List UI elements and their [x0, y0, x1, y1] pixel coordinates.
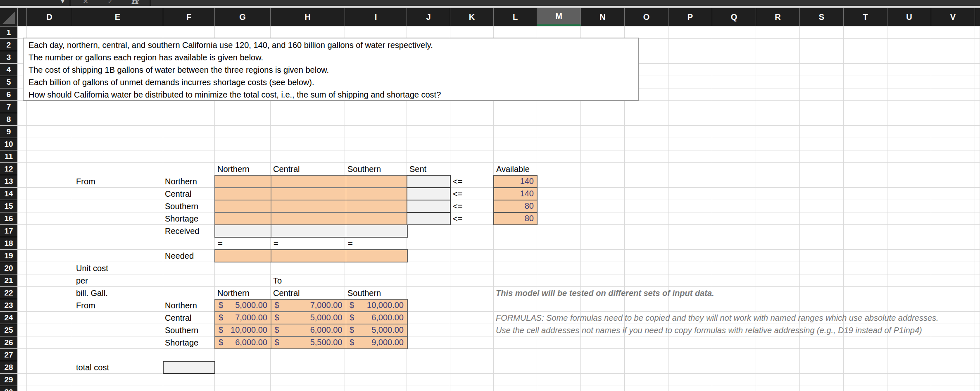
cell-shipping-input[interactable] — [215, 176, 271, 187]
cell-shipping-input[interactable] — [346, 188, 407, 200]
cell-shipping-input[interactable] — [271, 200, 346, 212]
column-header-V[interactable]: V — [931, 8, 975, 26]
cell-shipping-input[interactable] — [215, 213, 271, 224]
cell-unit-cost[interactable]: $5,500.00 — [271, 337, 346, 348]
cell-sent[interactable] — [407, 213, 450, 224]
row-header-3[interactable]: 3 — [0, 51, 18, 64]
column-header-F[interactable]: F — [163, 8, 215, 26]
column-header-P[interactable]: P — [668, 8, 712, 26]
column-header-S[interactable]: S — [800, 8, 844, 26]
row-header-16[interactable]: 16 — [0, 212, 18, 225]
row-header-6[interactable]: 6 — [0, 88, 18, 101]
gridline-horizontal — [18, 348, 980, 349]
row-header-7[interactable]: 7 — [0, 101, 18, 113]
cell-shipping-input[interactable] — [215, 188, 271, 200]
cell-unit-cost[interactable]: $10,000.00 — [215, 324, 271, 336]
gridline-horizontal — [18, 138, 980, 138]
column-header-L[interactable]: L — [494, 8, 537, 26]
cell-unit-cost[interactable]: $10,000.00 — [346, 300, 407, 311]
row-header-13[interactable]: 13 — [0, 175, 18, 188]
column-header-E[interactable]: E — [72, 8, 163, 26]
formula-buttons: ✕ ✓ fx — [71, 0, 151, 6]
row-header-19[interactable]: 19 — [0, 250, 18, 262]
column-header-H[interactable]: H — [271, 8, 345, 26]
enter-icon[interactable]: ✓ — [107, 0, 113, 6]
cell-unit-cost[interactable]: $5,000.00 — [271, 312, 346, 324]
row-header-2[interactable]: 2 — [0, 39, 18, 51]
row-header-14[interactable]: 14 — [0, 188, 18, 200]
cell-available[interactable]: 80 — [494, 213, 537, 224]
cell-available[interactable]: 140 — [494, 176, 537, 187]
row-header-26[interactable]: 26 — [0, 336, 18, 349]
cell-shipping-input[interactable] — [346, 213, 407, 224]
row-header-18[interactable]: 18 — [0, 237, 18, 250]
cell-shipping-input[interactable] — [346, 176, 407, 187]
name-box[interactable]: ▼ — [0, 0, 71, 6]
column-header-K[interactable]: K — [450, 8, 494, 26]
column-header-M[interactable]: M — [537, 8, 581, 26]
column-header-Q[interactable]: Q — [712, 8, 756, 26]
row-header-29[interactable]: 29 — [0, 374, 18, 386]
cell-sent[interactable] — [407, 188, 450, 200]
row-header-1[interactable]: 1 — [0, 26, 18, 39]
cell-unit-cost[interactable]: $7,000.00 — [215, 312, 271, 324]
row-header-24[interactable]: 24 — [0, 312, 18, 324]
column-header-U[interactable]: U — [887, 8, 931, 26]
column-header-R[interactable]: R — [756, 8, 800, 26]
insert-function-icon[interactable]: fx — [131, 0, 138, 5]
row-header-30[interactable]: 30 — [0, 386, 18, 391]
cell-received[interactable] — [346, 225, 407, 237]
cell-sent[interactable] — [407, 176, 450, 187]
row-header-15[interactable]: 15 — [0, 200, 18, 212]
row-header-12[interactable]: 12 — [0, 163, 18, 175]
column-header-N[interactable]: N — [581, 8, 625, 26]
row-header-27[interactable]: 27 — [0, 349, 18, 361]
row-header-25[interactable]: 25 — [0, 324, 18, 336]
name-box-dropdown-icon[interactable]: ▼ — [59, 0, 66, 5]
col-header-central: Central — [273, 163, 300, 175]
row-header-10[interactable]: 10 — [0, 138, 18, 150]
cell-shipping-input[interactable] — [271, 176, 346, 187]
cell-unit-cost[interactable]: $9,000.00 — [346, 337, 407, 348]
cell-shipping-input[interactable] — [215, 200, 271, 212]
cell-unit-cost[interactable]: $5,000.00 — [215, 300, 271, 311]
cell-unit-cost[interactable]: $6,000.00 — [346, 312, 407, 324]
cell-shipping-input[interactable] — [271, 188, 346, 200]
column-header-O[interactable]: O — [625, 8, 668, 26]
row-header-8[interactable]: 8 — [0, 113, 18, 126]
column-header-G[interactable]: G — [215, 8, 271, 26]
cell-unit-cost[interactable]: $5,000.00 — [346, 324, 407, 336]
cancel-icon[interactable]: ✕ — [83, 0, 88, 6]
column-header-partial[interactable] — [18, 8, 27, 26]
column-header-D[interactable]: D — [27, 8, 72, 26]
row-header-5[interactable]: 5 — [0, 76, 18, 88]
row-header-9[interactable]: 9 — [0, 126, 18, 138]
row-header-20[interactable]: 20 — [0, 262, 18, 274]
row-header-21[interactable]: 21 — [0, 274, 18, 287]
row-header-28[interactable]: 28 — [0, 361, 18, 374]
row-header-4[interactable]: 4 — [0, 64, 18, 76]
cell-sent[interactable] — [407, 200, 450, 212]
formula-input[interactable] — [151, 0, 980, 6]
cell-received[interactable] — [271, 225, 346, 237]
cell-needed[interactable] — [215, 250, 271, 262]
cell-available[interactable]: 140 — [494, 188, 537, 200]
cell-received[interactable] — [215, 225, 271, 237]
cell-unit-cost[interactable]: $7,000.00 — [271, 300, 346, 311]
cell-shipping-input[interactable] — [346, 200, 407, 212]
column-header-T[interactable]: T — [844, 8, 887, 26]
cell-total-cost[interactable] — [163, 361, 215, 374]
cell-unit-cost[interactable]: $6,000.00 — [271, 324, 346, 336]
column-header-J[interactable]: J — [407, 8, 450, 26]
row-header-23[interactable]: 23 — [0, 299, 18, 312]
row-header-17[interactable]: 17 — [0, 225, 18, 237]
column-header-I[interactable]: I — [345, 8, 407, 26]
cell-needed[interactable] — [271, 250, 346, 262]
cell-shipping-input[interactable] — [271, 213, 346, 224]
cell-needed[interactable] — [346, 250, 407, 262]
row-header-22[interactable]: 22 — [0, 287, 18, 299]
row-header-11[interactable]: 11 — [0, 150, 18, 163]
select-all-corner[interactable] — [0, 8, 18, 26]
cell-unit-cost[interactable]: $6,000.00 — [215, 337, 271, 348]
cell-available[interactable]: 80 — [494, 200, 537, 212]
